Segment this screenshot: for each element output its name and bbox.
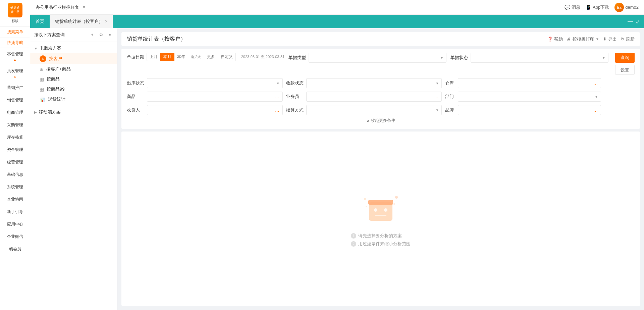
out-status-arrow: ▼ xyxy=(276,82,280,85)
receiver-label: 收货人 xyxy=(127,107,144,113)
department-label: 部门 xyxy=(445,94,455,100)
help-icon: ❓ xyxy=(547,37,553,42)
left-panel-header: 按以下方案查询 + ⚙ « xyxy=(30,28,117,42)
sidebar-item-basic-info[interactable]: 基础信息 xyxy=(0,168,30,181)
sidebar-item-enterprise[interactable]: 企业协同 xyxy=(0,193,30,206)
left-panel: 按以下方案查询 + ⚙ « ▼ 电脑端方案 客 按客户 ⊞ 按客户 xyxy=(30,28,117,310)
content-wrapper: 按以下方案查询 + ⚙ « ▼ 电脑端方案 客 按客户 ⊞ 按客户 xyxy=(30,28,644,310)
tree-child-by-product[interactable]: ▦ 按商品 xyxy=(30,74,117,84)
sidebar-item-sales[interactable]: 销售管理 xyxy=(0,94,30,106)
department-select[interactable]: ▼ xyxy=(458,92,601,102)
product-dots[interactable]: … xyxy=(275,94,280,99)
help-btn[interactable]: ❓ 帮助 xyxy=(547,36,563,42)
filter-settings-btn[interactable]: 设置 xyxy=(615,65,635,75)
warehouse-select[interactable]: … xyxy=(458,78,601,88)
tree-child-by-product99[interactable]: ▦ 按商品99 xyxy=(30,84,117,94)
salesperson-select[interactable]: … xyxy=(306,92,442,102)
returns-icon: 📊 xyxy=(40,97,45,102)
salesperson-dots[interactable]: … xyxy=(434,94,439,99)
sidebar-item-system[interactable]: 系统管理 xyxy=(0,181,30,193)
tree-parent-desktop[interactable]: ▼ 电脑端方案 xyxy=(30,43,117,53)
product-select[interactable]: … xyxy=(147,92,283,102)
tab-home[interactable]: 首页 xyxy=(30,15,50,28)
doc-type-label: 单据类型 xyxy=(288,55,306,61)
message-icon: 💬 xyxy=(565,5,570,10)
tree-child-returns[interactable]: 📊 退货统计 xyxy=(30,94,117,104)
sidebar-item-ecommerce[interactable]: 电商管理 xyxy=(0,106,30,119)
window-maximize-btn[interactable]: ⤢ xyxy=(636,18,640,25)
svg-point-6 xyxy=(395,196,398,199)
tab-sales-stats[interactable]: 销货单统计表（按客户） × xyxy=(50,15,113,28)
print-dropdown-icon: ▼ xyxy=(596,37,599,41)
main-area: 办公用品行业模拟账套 ▼ 💬 消息 📱 App下载 Ea demo2 首页 xyxy=(30,0,644,310)
page-title: 销货单统计表（按客户） xyxy=(127,36,186,43)
app-download-btn[interactable]: 📱 App下载 xyxy=(586,4,609,10)
brand-dots[interactable]: … xyxy=(593,108,598,113)
sidebar-item-finance[interactable]: 资金管理 xyxy=(0,144,30,156)
top-title-dropdown-icon[interactable]: ▼ xyxy=(82,5,86,10)
date-tab-group: 上月 本月 本年 近7天 更多 自定义 xyxy=(147,53,236,61)
receiver-select[interactable]: … xyxy=(147,105,283,115)
tree-child-by-customer-product[interactable]: ⊞ 按客户+商品 xyxy=(30,64,117,74)
date-tab-thismonth[interactable]: 本月 xyxy=(160,53,174,61)
add-scheme-btn[interactable]: + xyxy=(89,32,96,38)
page-actions: ❓ 帮助 🖨 按模板打印 ▼ ⬇ 导出 ↻ 刷新 xyxy=(547,36,635,42)
sidebar-item-purchase[interactable]: 采购管理 xyxy=(0,119,30,131)
settings-scheme-btn[interactable]: ⚙ xyxy=(98,32,104,38)
tree-section-mobile: ▶ 移动端方案 xyxy=(30,106,117,118)
sidebar-item-newuser[interactable]: 新手引导 xyxy=(0,206,30,218)
date-tab-lastmonth[interactable]: 上月 xyxy=(147,53,161,61)
query-buttons: 查询 设置 xyxy=(615,53,635,75)
sidebar-item-marketing[interactable]: 营销推广 xyxy=(0,82,30,94)
tab-close-btn[interactable]: × xyxy=(105,19,107,24)
sidebar-item-inventory[interactable]: 库存核算 xyxy=(0,131,30,144)
export-btn[interactable]: ⬇ 导出 xyxy=(603,36,617,42)
empty-illustration xyxy=(359,191,402,227)
product-label: 商品 xyxy=(127,94,144,100)
out-status-select[interactable]: ▼ xyxy=(147,78,283,88)
collapse-panel-btn[interactable]: « xyxy=(106,32,113,38)
date-tab-7days[interactable]: 近7天 xyxy=(188,53,204,61)
query-btn[interactable]: 查询 xyxy=(615,53,635,63)
sidebar-item-operations[interactable]: 经营管理 xyxy=(0,156,30,168)
tree-child-by-customer[interactable]: 客 按客户 xyxy=(30,53,117,64)
doc-type-select[interactable]: ▼ xyxy=(309,53,446,63)
collapse-btn[interactable]: ∧ 收起更多条件 xyxy=(367,118,395,123)
sidebar-item-retail[interactable]: 零售管理 ▲ xyxy=(0,48,30,65)
date-tab-thisyear[interactable]: 本年 xyxy=(174,53,188,61)
page-title-bar: 销货单统计表（按客户） ❓ 帮助 🖨 按模板打印 ▼ ⬇ 导出 xyxy=(121,32,640,46)
sidebar-item-wechat[interactable]: 企业微信 xyxy=(0,230,30,243)
shortcut-nav-btn[interactable]: 快捷导航 xyxy=(0,38,30,48)
window-minimize-btn[interactable]: — xyxy=(628,18,633,24)
svg-point-2 xyxy=(374,208,377,212)
brand-select[interactable]: … xyxy=(458,105,601,115)
date-tab-more[interactable]: 更多 xyxy=(204,53,218,61)
print-btn[interactable]: 🖨 按模板打印 ▼ xyxy=(567,36,599,42)
user-area[interactable]: Ea demo2 xyxy=(614,3,639,12)
filter-area: 单据日期 上月 本月 本年 近7天 更多 自定义 2023-03-01 至 20… xyxy=(121,49,640,129)
date-tab-custom[interactable]: 自定义 xyxy=(218,53,236,61)
search-menu-btn[interactable]: 搜索菜单 xyxy=(0,27,30,38)
tree-label-mobile: 移动端方案 xyxy=(39,109,61,115)
user-avatar: Ea xyxy=(614,3,624,12)
collapse-row: ∧ 收起更多条件 xyxy=(127,116,635,125)
sidebar-item-wholesale[interactable]: 批发管理 ▲ xyxy=(0,65,30,82)
export-icon: ⬇ xyxy=(603,37,607,42)
sidebar-item-member[interactable]: 畅会员 xyxy=(0,243,30,255)
sidebar-item-appcenter[interactable]: 应用中心 xyxy=(0,218,30,230)
doc-status-select[interactable]: ▼ xyxy=(471,53,608,63)
empty-step-1: 1 请先选择要分析的方案 xyxy=(351,233,411,239)
top-title: 办公用品行业模拟账套 xyxy=(36,4,79,10)
logo-image: 畅捷通 好生意 xyxy=(8,3,22,17)
empty-state-container: 1 请先选择要分析的方案 2 用过滤条件来缩小分析范围 xyxy=(121,132,640,306)
collect-status-select[interactable]: ▼ xyxy=(306,78,442,88)
doc-type-arrow: ▼ xyxy=(440,56,443,60)
refresh-btn[interactable]: ↻ 刷新 xyxy=(621,36,635,42)
receiver-dots[interactable]: … xyxy=(275,108,280,113)
tree-parent-mobile[interactable]: ▶ 移动端方案 xyxy=(30,107,117,117)
message-btn[interactable]: 💬 消息 xyxy=(565,4,580,10)
payment-label: 结算方式 xyxy=(286,107,304,113)
warehouse-label: 仓库 xyxy=(445,80,455,86)
warehouse-dots[interactable]: … xyxy=(593,81,598,86)
payment-select[interactable]: ▼ xyxy=(306,105,442,115)
